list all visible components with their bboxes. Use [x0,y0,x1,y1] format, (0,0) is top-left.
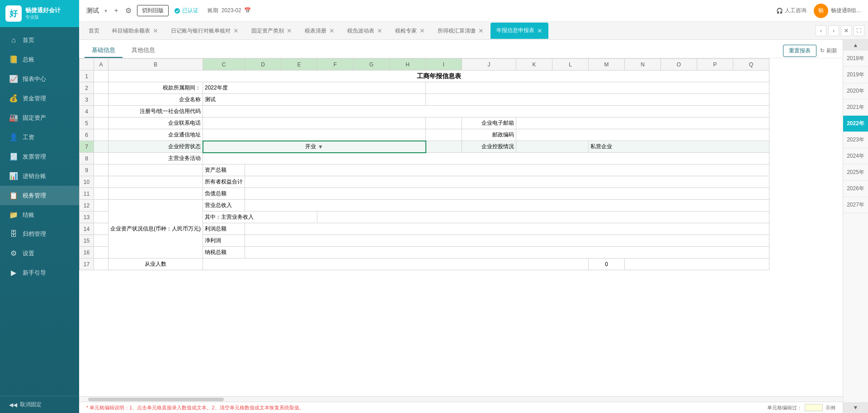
sidebar-item-tax[interactable]: 📋 税务管理 [0,186,79,205]
cell-10-b[interactable] [108,176,203,188]
year-item-2020[interactable]: 2020年 [843,83,868,99]
cell-3-c[interactable]: 测试 [203,94,426,106]
tab-close-icon[interactable]: ✕ [233,27,239,34]
cell-11-a[interactable] [94,188,108,200]
sidebar-item-ledger[interactable]: 📒 总账 [0,50,79,69]
cell-3-j[interactable] [426,94,769,106]
tab-close-icon[interactable]: ✕ [329,27,335,34]
year-item-2027[interactable]: 2027年 [843,197,868,213]
cell-5-k[interactable] [516,117,769,129]
cell-4-c[interactable] [203,106,769,117]
year-scroll-up-button[interactable]: ▲ [843,40,868,51]
cell-5-a[interactable] [94,117,108,129]
consult-button[interactable]: 🎧 人工咨询 [776,7,807,14]
tab-close-icon[interactable]: ✕ [478,27,484,34]
tab-income-tax[interactable]: 所得税汇算清缴✕ [432,23,490,39]
cell-7-k[interactable] [516,141,589,153]
switch-version-button[interactable]: 切到旧版 [137,5,169,16]
dropdown-arrow-icon[interactable]: ▾ [104,8,107,14]
sidebar-item-invoice[interactable]: 🧾 发票管理 [0,147,79,166]
year-item-2023[interactable]: 2023年 [843,132,868,148]
tab-home[interactable]: 首页 [83,23,105,39]
tab-tax-check[interactable]: 税检专家✕ [389,23,431,39]
sidebar-item-report[interactable]: 📈 报表中心 [0,69,79,89]
cell-4-a[interactable] [94,106,108,117]
tab-next-button[interactable]: › [828,25,839,36]
cell-10-a[interactable] [94,176,108,188]
tab-close-icon[interactable]: ✕ [537,27,542,34]
tab-close-icon[interactable]: ✕ [153,27,158,34]
cell-7-i[interactable] [426,141,462,153]
tab-close-all-button[interactable]: ✕ [841,25,852,36]
cell-8-a[interactable] [94,153,108,164]
cell-5-c[interactable] [203,117,426,129]
sidebar-item-close[interactable]: 📁 结账 [0,205,79,225]
cell-17-n[interactable]: 0 [589,258,625,270]
tab-prev-button[interactable]: ‹ [816,25,826,36]
dropdown-arrow-icon[interactable]: ▼ [318,144,323,150]
reset-button[interactable]: 重置报表 [783,45,816,57]
cell-8-c[interactable] [203,153,769,164]
year-item-2025[interactable]: 2025年 [843,164,868,181]
cell-6-a[interactable] [94,129,108,141]
cell-9-a[interactable] [94,164,108,176]
cell-17-a[interactable] [94,258,108,270]
subtab-other[interactable]: 其他信息 [124,43,162,58]
cell-6-k[interactable] [516,129,769,141]
tab-close-icon[interactable]: ✕ [377,27,382,34]
sidebar-item-guide[interactable]: ▶ 新手引导 [0,263,79,282]
cell-11-d[interactable] [245,188,769,200]
cell-14-d[interactable] [245,223,769,235]
cell-12-d[interactable] [245,200,769,211]
tab-subsidiary[interactable]: 科目辅助余额表✕ [106,23,164,39]
collapse-btn[interactable]: ◀◀ 取消固定 [0,396,79,413]
refresh-button[interactable]: ↻ 刷新 [820,47,837,55]
sidebar-item-home[interactable]: ⌂ 首页 [0,31,79,50]
cell-5-i[interactable] [426,117,462,129]
year-item-2026[interactable]: 2026年 [843,181,868,197]
cell-7-c[interactable]: 开业 ▼ [203,141,426,153]
cell-15-a[interactable] [94,235,108,247]
tab-fixed-asset[interactable]: 固定资产类别✕ [245,23,298,39]
cell-7-a[interactable] [94,141,108,153]
tab-journal[interactable]: 日记账与银行对账单核对✕ [165,23,245,39]
settings-gear-icon[interactable]: ⚙ [125,6,132,15]
cell-15-d[interactable] [245,235,769,247]
cell-17-o[interactable] [625,258,769,270]
cell-12-a[interactable] [94,200,108,211]
tab-close-icon[interactable]: ✕ [287,27,292,34]
year-item-2019[interactable]: 2019年 [843,67,868,83]
year-scroll-down-button[interactable]: ▼ [843,402,868,413]
tab-close-icon[interactable]: ✕ [420,27,425,34]
sidebar-item-sales[interactable]: 📊 进销台账 [0,166,79,186]
cell-2-c[interactable]: 2022年度 [203,82,426,94]
cell-2-j[interactable] [426,82,769,94]
cell-11-b[interactable] [108,188,203,200]
subtab-basic[interactable]: 基础信息 [85,43,123,58]
tab-annual-report[interactable]: 年报信息申报表 ✕ [491,23,548,39]
scrollbar-thumb[interactable] [88,398,224,401]
cell-16-d[interactable] [245,247,769,258]
cell-1-a[interactable] [94,70,108,82]
cell-13-a[interactable] [94,211,108,223]
sidebar-item-settings[interactable]: ⚙ 设置 [0,244,79,263]
year-item-2018[interactable]: 2018年 [843,51,868,67]
spreadsheet-wrapper[interactable]: A B C D E F G H I J K L M [79,58,843,396]
cell-2-a[interactable] [94,82,108,94]
cell-14-a[interactable] [94,223,108,235]
cell-9-b[interactable] [108,164,203,176]
cell-7-m[interactable]: 私营企业 [589,141,769,153]
user-menu[interactable]: 畅 畅捷通B组... [814,4,861,18]
cell-9-d[interactable] [245,164,769,176]
cell-16-a[interactable] [94,247,108,258]
horizontal-scrollbar[interactable] [79,396,843,402]
add-tab-icon[interactable]: ＋ [113,6,120,15]
cell-3-a[interactable] [94,94,108,106]
tab-expand-button[interactable]: ⛶ [854,25,864,36]
sidebar-item-fund[interactable]: 💰 资金管理 [0,89,79,108]
year-item-2022[interactable]: 2022年 [843,116,868,132]
cell-6-i[interactable] [426,129,462,141]
cell-6-c[interactable] [203,129,426,141]
tab-tax-fluctuation[interactable]: 税负波动表✕ [341,23,388,39]
sidebar-item-payroll[interactable]: 👤 工资 [0,127,79,147]
